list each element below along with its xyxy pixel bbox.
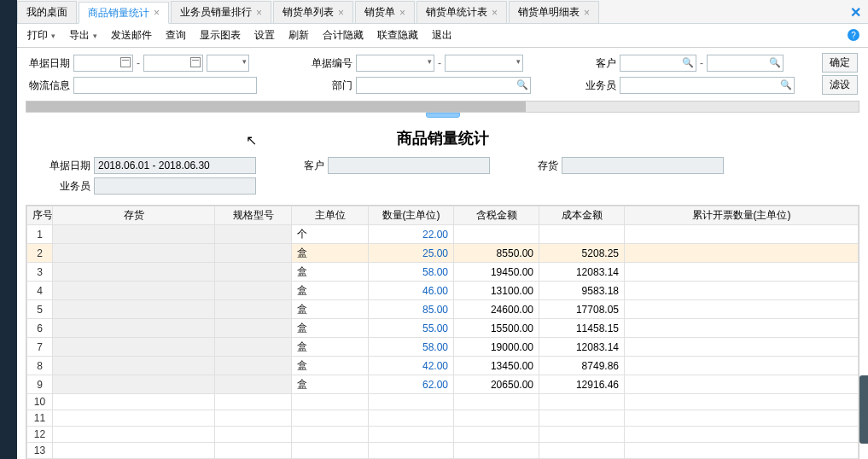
close-icon[interactable]: × xyxy=(584,7,590,19)
table-row[interactable]: 9盒62.0020650.0012916.46 xyxy=(27,375,859,394)
column-header[interactable]: 成本金额 xyxy=(539,206,625,225)
table-row[interactable]: 7盒58.0019000.0012083.14 xyxy=(27,338,859,357)
table-row[interactable]: 8盒42.0013450.008749.86 xyxy=(27,357,859,375)
column-header[interactable]: 含税金额 xyxy=(454,206,539,225)
table-row[interactable]: 6盒55.0015500.0011458.15 xyxy=(27,319,859,338)
docno-to-input[interactable] xyxy=(445,55,523,72)
report-date-label: 单据日期 xyxy=(43,159,90,173)
table-row[interactable]: 12 xyxy=(27,427,859,443)
side-handle[interactable] xyxy=(859,375,868,444)
column-header[interactable]: 数量(主单位) xyxy=(369,206,454,225)
report-inventory-label: 存货 xyxy=(524,159,558,173)
horizontal-scrollbar[interactable] xyxy=(26,101,859,113)
search-icon[interactable]: 🔍 xyxy=(516,79,528,90)
filter-bar: 单据日期 - 物流信息 单据编号 - xyxy=(17,48,868,101)
sendmail-button[interactable]: 发送邮件 xyxy=(106,26,157,44)
data-grid[interactable]: 序号存货规格型号主单位数量(主单位)含税金额成本金额累计开票数量(主单位) 1个… xyxy=(26,205,859,459)
close-all-icon[interactable]: ✕ xyxy=(850,4,861,20)
docno-from-input[interactable] xyxy=(356,55,434,72)
date-label: 单据日期 xyxy=(26,56,70,71)
table-row[interactable]: 10 xyxy=(27,394,859,410)
dept-label: 部门 xyxy=(308,78,352,93)
close-icon[interactable]: × xyxy=(399,7,405,19)
tab-销货单统计表[interactable]: 销货单统计表× xyxy=(417,1,507,23)
help-icon[interactable]: ? xyxy=(848,29,859,41)
report-customer-label: 客户 xyxy=(290,159,324,173)
splitter[interactable] xyxy=(17,113,868,119)
confirm-button[interactable]: 确定 xyxy=(822,53,858,73)
print-button[interactable]: 打印 xyxy=(22,26,61,44)
report-inventory-value xyxy=(562,157,724,174)
calendar-icon[interactable] xyxy=(120,57,131,67)
column-header[interactable]: 累计开票数量(主单位) xyxy=(625,206,859,225)
report-date-value xyxy=(94,157,256,174)
docno-label: 单据编号 xyxy=(308,56,352,71)
close-icon[interactable]: × xyxy=(154,7,160,19)
toolbar: 打印 导出 发送邮件 查询 显示图表 设置 刷新 合计隐藏 联查隐藏 退出 ? xyxy=(17,24,868,48)
column-header[interactable]: 规格型号 xyxy=(215,206,292,225)
column-header[interactable]: 主单位 xyxy=(292,206,369,225)
settings-button[interactable]: 设置 xyxy=(249,26,280,44)
customer-label: 客户 xyxy=(582,56,616,71)
table-row[interactable]: 11 xyxy=(27,410,859,427)
close-icon[interactable]: × xyxy=(256,7,262,19)
calendar-icon[interactable] xyxy=(190,57,201,67)
dept-input[interactable] xyxy=(356,77,531,94)
tab-bar: 我的桌面商品销量统计×业务员销量排行×销货单列表×销货单×销货单统计表×销货单明… xyxy=(17,0,868,24)
tab-业务员销量排行[interactable]: 业务员销量排行× xyxy=(171,1,271,23)
tab-商品销量统计[interactable]: 商品销量统计× xyxy=(79,2,169,24)
tab-销货单明细表[interactable]: 销货单明细表× xyxy=(509,1,599,23)
tab-销货单列表[interactable]: 销货单列表× xyxy=(273,1,353,23)
query-button[interactable]: 查询 xyxy=(160,26,191,44)
hidesum-button[interactable]: 合计隐藏 xyxy=(317,26,369,44)
filterset-button[interactable]: 滤设 xyxy=(822,75,858,95)
date-preset-combo[interactable] xyxy=(207,55,249,72)
refresh-button[interactable]: 刷新 xyxy=(283,26,314,44)
table-row[interactable]: 13 xyxy=(27,443,859,459)
showchart-button[interactable]: 显示图表 xyxy=(195,26,246,44)
search-icon[interactable]: 🔍 xyxy=(769,57,781,68)
table-row[interactable]: 1个22.00 xyxy=(27,225,859,244)
salesperson-input[interactable] xyxy=(620,77,795,94)
report-customer-value xyxy=(328,157,490,174)
tab-销货单[interactable]: 销货单× xyxy=(355,1,415,23)
export-button[interactable]: 导出 xyxy=(64,26,102,44)
salesperson-label: 业务员 xyxy=(582,78,616,93)
close-icon[interactable]: × xyxy=(492,7,498,19)
logistics-input[interactable] xyxy=(73,77,257,94)
hidelink-button[interactable]: 联查隐藏 xyxy=(372,26,423,44)
report-title: 商品销量统计 xyxy=(26,123,859,154)
table-row[interactable]: 3盒58.0019450.0012083.14 xyxy=(27,263,859,282)
column-header[interactable]: 序号 xyxy=(27,206,53,225)
close-icon[interactable]: × xyxy=(338,7,344,19)
tab-我的桌面[interactable]: 我的桌面 xyxy=(17,1,77,23)
table-row[interactable]: 5盒85.0024600.0017708.05 xyxy=(27,300,859,319)
logistics-label: 物流信息 xyxy=(26,78,70,93)
exit-button[interactable]: 退出 xyxy=(427,26,457,44)
report-salesperson-value xyxy=(94,177,256,195)
table-row[interactable]: 2盒25.008550.005208.25 xyxy=(27,244,859,263)
search-icon[interactable]: 🔍 xyxy=(682,57,694,68)
dash-separator: - xyxy=(438,57,441,69)
dash-separator: - xyxy=(700,57,703,69)
column-header[interactable]: 存货 xyxy=(53,206,215,225)
search-icon[interactable]: 🔍 xyxy=(780,79,792,90)
report-salesperson-label: 业务员 xyxy=(43,179,90,194)
dash-separator: - xyxy=(137,57,140,69)
table-row[interactable]: 4盒46.0013100.009583.18 xyxy=(27,282,859,300)
